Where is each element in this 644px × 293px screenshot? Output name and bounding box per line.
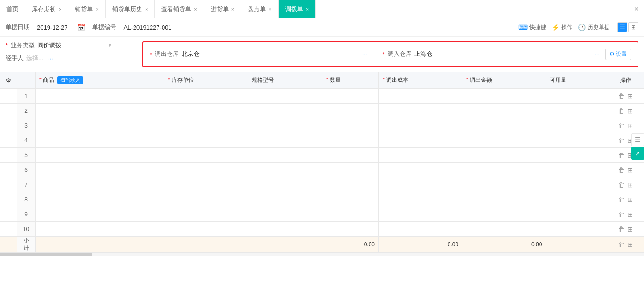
shortcuts-button[interactable]: ⌨ 快捷键 xyxy=(518,24,546,31)
row-trash-icon-4[interactable]: 🗑 xyxy=(618,137,625,144)
gear-column-header[interactable]: ⚙ xyxy=(0,72,17,89)
row-trash-icon-10[interactable]: 🗑 xyxy=(618,226,625,233)
row-unit-5[interactable] xyxy=(164,148,248,163)
operations-button[interactable]: ⚡ 操作 xyxy=(552,24,572,31)
row-trash-icon-5[interactable]: 🗑 xyxy=(618,152,625,159)
biz-type-select[interactable]: 同价调拨 ▾ xyxy=(37,41,111,49)
warehouse-settings-button[interactable]: ⚙ 设置 xyxy=(605,49,631,60)
row-amount-3[interactable] xyxy=(462,118,546,133)
row-amount-10[interactable] xyxy=(462,222,546,237)
row-trash-icon-7[interactable]: 🗑 xyxy=(618,181,625,189)
row-qty-4[interactable] xyxy=(322,133,379,148)
tab-sales-order-close[interactable]: × xyxy=(96,6,98,12)
row-qty-6[interactable] xyxy=(322,163,379,177)
in-warehouse-value[interactable]: 上海仓 xyxy=(414,50,592,58)
row-goods-2[interactable] xyxy=(36,104,164,118)
out-warehouse-value[interactable]: 北京仓 xyxy=(182,50,359,58)
handler-placeholder[interactable]: 选择... xyxy=(26,54,43,62)
row-copy-icon-3[interactable]: ⊞ xyxy=(627,122,633,129)
row-copy-icon-7[interactable]: ⊞ xyxy=(627,181,633,189)
tab-inventory-init-close[interactable]: × xyxy=(59,6,61,12)
row-goods-1[interactable] xyxy=(36,89,164,104)
row-trash-icon-1[interactable]: 🗑 xyxy=(618,92,625,100)
subtotal-copy-icon[interactable]: ⊞ xyxy=(627,241,633,248)
tab-sales-order[interactable]: 销货单 × xyxy=(68,0,105,18)
row-qty-5[interactable] xyxy=(322,148,379,163)
row-cost-8[interactable] xyxy=(379,192,462,207)
row-unit-2[interactable] xyxy=(164,104,248,118)
row-spec-4[interactable] xyxy=(248,133,322,148)
row-qty-1[interactable] xyxy=(322,89,379,104)
row-goods-4[interactable] xyxy=(36,133,164,148)
row-spec-9[interactable] xyxy=(248,207,322,222)
row-copy-icon-10[interactable]: ⊞ xyxy=(627,226,633,233)
horizontal-scrollbar[interactable] xyxy=(0,253,644,256)
row-amount-1[interactable] xyxy=(462,89,546,104)
tab-sales-history-close[interactable]: × xyxy=(145,6,148,12)
row-unit-4[interactable] xyxy=(164,133,248,148)
view-list-button[interactable]: ☰ xyxy=(617,22,627,32)
row-copy-icon-9[interactable]: ⊞ xyxy=(627,211,633,218)
row-amount-9[interactable] xyxy=(462,207,546,222)
view-grid-button[interactable]: ⊞ xyxy=(628,22,638,32)
out-warehouse-more-icon[interactable]: ··· xyxy=(362,51,367,58)
row-qty-9[interactable] xyxy=(322,207,379,222)
row-spec-10[interactable] xyxy=(248,222,322,237)
row-cost-10[interactable] xyxy=(379,222,462,237)
tab-home[interactable]: 首页 xyxy=(0,0,25,18)
row-qty-3[interactable] xyxy=(322,118,379,133)
row-trash-icon-6[interactable]: 🗑 xyxy=(618,166,625,174)
row-amount-7[interactable] xyxy=(462,177,546,192)
row-copy-icon-1[interactable]: ⊞ xyxy=(627,92,633,100)
row-spec-1[interactable] xyxy=(248,89,322,104)
row-spec-8[interactable] xyxy=(248,192,322,207)
row-unit-8[interactable] xyxy=(164,192,248,207)
subtotal-trash-icon[interactable]: 🗑 xyxy=(618,241,625,248)
row-trash-icon-8[interactable]: 🗑 xyxy=(618,196,625,203)
row-goods-7[interactable] xyxy=(36,177,164,192)
row-goods-3[interactable] xyxy=(36,118,164,133)
tab-purchase-close[interactable]: × xyxy=(231,6,234,12)
row-trash-icon-9[interactable]: 🗑 xyxy=(618,211,625,218)
row-trash-icon-3[interactable]: 🗑 xyxy=(618,122,625,129)
row-unit-9[interactable] xyxy=(164,207,248,222)
tab-view-sales-close[interactable]: × xyxy=(194,6,197,12)
row-cost-9[interactable] xyxy=(379,207,462,222)
row-spec-7[interactable] xyxy=(248,177,322,192)
handler-more-icon[interactable]: ··· xyxy=(48,55,53,62)
float-share-button[interactable]: ↗ xyxy=(631,147,644,160)
row-amount-5[interactable] xyxy=(462,148,546,163)
row-cost-6[interactable] xyxy=(379,163,462,177)
row-amount-4[interactable] xyxy=(462,133,546,148)
row-cost-4[interactable] xyxy=(379,133,462,148)
row-qty-10[interactable] xyxy=(322,222,379,237)
row-unit-1[interactable] xyxy=(164,89,248,104)
row-unit-10[interactable] xyxy=(164,222,248,237)
tab-transfer-close[interactable]: × xyxy=(306,6,309,12)
scan-entry-button[interactable]: 扫码录入 xyxy=(57,76,83,84)
row-spec-6[interactable] xyxy=(248,163,322,177)
row-qty-8[interactable] xyxy=(322,192,379,207)
row-unit-3[interactable] xyxy=(164,118,248,133)
row-spec-2[interactable] xyxy=(248,104,322,118)
row-qty-2[interactable] xyxy=(322,104,379,118)
scrollbar-thumb[interactable] xyxy=(0,253,92,256)
tab-stocktake-close[interactable]: × xyxy=(268,6,271,12)
row-unit-7[interactable] xyxy=(164,177,248,192)
row-unit-6[interactable] xyxy=(164,163,248,177)
row-qty-7[interactable] xyxy=(322,177,379,192)
tab-transfer[interactable]: 调拨单 × xyxy=(279,0,316,18)
row-cost-2[interactable] xyxy=(379,104,462,118)
row-amount-8[interactable] xyxy=(462,192,546,207)
float-list-button[interactable]: ☰ xyxy=(631,133,644,146)
tab-inventory-init[interactable]: 库存期初 × xyxy=(25,0,68,18)
row-amount-2[interactable] xyxy=(462,104,546,118)
row-amount-6[interactable] xyxy=(462,163,546,177)
tab-view-sales[interactable]: 查看销货单 × xyxy=(155,0,204,18)
history-button[interactable]: 🕐 历史单据 xyxy=(578,24,610,31)
row-goods-9[interactable] xyxy=(36,207,164,222)
row-copy-icon-2[interactable]: ⊞ xyxy=(627,107,633,115)
in-warehouse-more-icon[interactable]: ··· xyxy=(595,51,600,58)
row-cost-5[interactable] xyxy=(379,148,462,163)
row-goods-10[interactable] xyxy=(36,222,164,237)
